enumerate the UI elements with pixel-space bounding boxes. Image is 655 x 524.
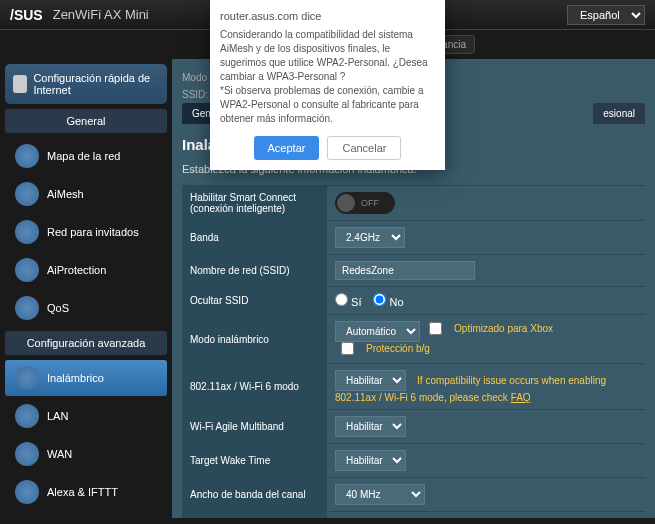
twt-select[interactable]: Habilitar xyxy=(335,450,406,471)
dialog-title: router.asus.com dice xyxy=(220,10,435,22)
hide-ssid-yes[interactable]: Sí xyxy=(335,293,361,308)
nav-label: LAN xyxy=(47,410,68,422)
nav-icon xyxy=(15,480,39,504)
section-advanced: Configuración avanzada xyxy=(5,331,167,355)
nav-icon xyxy=(15,442,39,466)
sidebar: Configuración rápida de Internet General… xyxy=(0,59,172,518)
ssid-label: SSID: xyxy=(182,89,208,100)
label-twt: Target Wake Time xyxy=(182,444,327,478)
nav-label: Alexa & IFTTT xyxy=(47,486,118,498)
label-smart-connect: Habilitar Smart Connect (conexión inteli… xyxy=(182,186,327,221)
section-general: General xyxy=(5,109,167,133)
tab-professional[interactable]: esional xyxy=(593,103,645,124)
nav-icon xyxy=(15,404,39,428)
nav-item-mapa-de-la-red[interactable]: Mapa de la red xyxy=(5,138,167,174)
language-select[interactable]: Español xyxy=(567,5,645,25)
cancel-button[interactable]: Cancelar xyxy=(327,136,401,160)
product-name: ZenWiFi AX Mini xyxy=(53,7,149,22)
label-wifi6: 802.11ax / Wi-Fi 6 modo xyxy=(182,364,327,410)
ssid-input[interactable] xyxy=(335,261,475,280)
nav-label: Inalámbrico xyxy=(47,372,104,384)
nav-item-red-para-invitados[interactable]: Red para invitados xyxy=(5,214,167,250)
nav-item-aiprotection[interactable]: AiProtection xyxy=(5,252,167,288)
accept-button[interactable]: Aceptar xyxy=(254,136,320,160)
label-band: Banda xyxy=(182,221,327,255)
logo: /SUS xyxy=(10,7,43,23)
nav-item-wan[interactable]: WAN xyxy=(5,436,167,472)
faq-link[interactable]: FAQ xyxy=(511,392,531,403)
nav-icon xyxy=(15,220,39,244)
quick-internet-setup[interactable]: Configuración rápida de Internet xyxy=(5,64,167,104)
nav-icon xyxy=(15,144,39,168)
label-agile: Wi-Fi Agile Multiband xyxy=(182,410,327,444)
nav-item-inal-mbrico[interactable]: Inalámbrico xyxy=(5,360,167,396)
nav-item-qos[interactable]: QoS xyxy=(5,290,167,326)
nav-label: AiMesh xyxy=(47,188,84,200)
nav-label: QoS xyxy=(47,302,69,314)
label-ssid: Nombre de red (SSID) xyxy=(182,255,327,287)
nav-label: Mapa de la red xyxy=(47,150,120,162)
nav-item-alexa-ifttt[interactable]: Alexa & IFTTT xyxy=(5,474,167,510)
label-bandwidth: Ancho de banda del canal xyxy=(182,478,327,512)
dialog-body: Considerando la compatibilidad del siste… xyxy=(220,28,435,126)
quick-setup-label: Configuración rápida de Internet xyxy=(33,72,159,96)
nav-item-aimesh[interactable]: AiMesh xyxy=(5,176,167,212)
wifi6-select[interactable]: Habilitar xyxy=(335,370,406,391)
nav-item-ipv6[interactable]: IPv6 xyxy=(5,512,167,518)
nav-icon xyxy=(15,182,39,206)
label-wireless-mode: Modo inalámbrico xyxy=(182,315,327,364)
band-select[interactable]: 2.4GHz xyxy=(335,227,405,248)
label-hide-ssid: Ocultar SSID xyxy=(182,287,327,315)
smart-connect-toggle[interactable]: OFF xyxy=(335,192,395,214)
hide-ssid-no[interactable]: No xyxy=(373,293,403,308)
bandwidth-select[interactable]: 40 MHz xyxy=(335,484,425,505)
xbox-checkbox[interactable]: Optimizado para Xbox xyxy=(429,322,553,335)
nav-icon xyxy=(15,258,39,282)
bg-protection-checkbox[interactable]: Protección b/g xyxy=(341,342,430,355)
nav-item-lan[interactable]: LAN xyxy=(5,398,167,434)
nav-icon xyxy=(15,366,39,390)
nav-label: AiProtection xyxy=(47,264,106,276)
nav-label: WAN xyxy=(47,448,72,460)
label-channel: Canal xyxy=(182,512,327,519)
confirm-dialog: router.asus.com dice Considerando la com… xyxy=(210,0,445,170)
setup-icon xyxy=(13,75,27,93)
nav-label: Red para invitados xyxy=(47,226,139,238)
wireless-mode-select[interactable]: Automático xyxy=(335,321,420,342)
agile-select[interactable]: Habilitar xyxy=(335,416,406,437)
nav-icon xyxy=(15,296,39,320)
wireless-form: Habilitar Smart Connect (conexión inteli… xyxy=(182,185,645,518)
